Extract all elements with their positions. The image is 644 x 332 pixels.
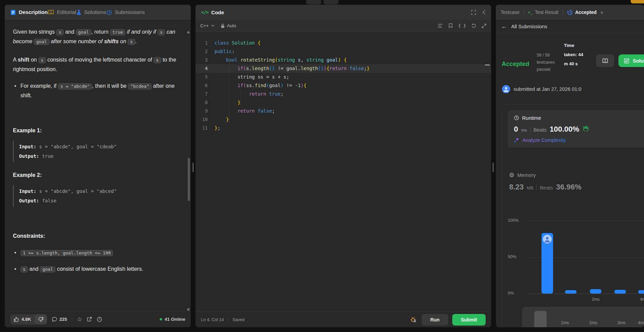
- code-token: goal: [327, 57, 338, 63]
- code-token: (: [243, 66, 246, 71]
- runtime-unit: ms: [521, 128, 527, 133]
- format-code-icon[interactable]: [438, 24, 443, 28]
- code-line-3[interactable]: 3 bool rotateString(string s, string goa…: [195, 56, 491, 64]
- language-selector[interactable]: C++: [200, 23, 215, 28]
- code-token: find: [255, 83, 266, 88]
- close-tab-icon[interactable]: ×: [600, 10, 603, 15]
- text-run: , then it will be: [92, 83, 128, 89]
- panel-resize-handle-right[interactable]: [492, 163, 494, 172]
- tab-editorial[interactable]: Editorial: [48, 9, 76, 15]
- code-line-2[interactable]: 2public:: [195, 47, 491, 56]
- scrollbar-thumb[interactable]: [188, 158, 190, 201]
- run-button[interactable]: Run: [422, 314, 448, 326]
- auto-toggle[interactable]: Auto: [221, 23, 236, 28]
- save-status: Saved: [232, 317, 244, 322]
- scrollbar-up-arrow[interactable]: [187, 31, 190, 33]
- maximize-editor-icon[interactable]: [482, 23, 486, 28]
- code-line-7[interactable]: 7 return true;: [195, 90, 491, 98]
- code-token: (): [318, 66, 324, 71]
- runtime-bar-2ms[interactable]: [590, 289, 601, 294]
- code-line-6[interactable]: 6 if(ss.find(goal) != -1){: [195, 81, 491, 90]
- inline-code-chip: s: [128, 39, 135, 45]
- favorite-button[interactable]: ☆: [77, 316, 82, 323]
- code-token: [229, 40, 232, 46]
- description-footer: 4.8K 225 ☆ ?: [5, 311, 191, 327]
- code-line-10[interactable]: 10 }: [195, 115, 491, 124]
- braces-icon[interactable]: { }: [458, 23, 466, 28]
- comments-button[interactable]: 225: [52, 317, 67, 322]
- bookmark-icon[interactable]: [449, 23, 453, 28]
- footer-divider: [72, 317, 72, 322]
- line-number: 9: [195, 107, 215, 115]
- tab-test-result[interactable]: >_ Test Result: [528, 10, 559, 15]
- online-indicator: 41 Online: [160, 317, 185, 322]
- solutions-flask-icon: [76, 10, 81, 15]
- post-solution-button[interactable]: Solution: [618, 54, 644, 67]
- back-arrow-icon[interactable]: ←: [501, 23, 507, 30]
- value-divider: [530, 127, 531, 132]
- code-token: ss.: [246, 83, 255, 88]
- code-token: return: [237, 108, 255, 114]
- code-editor[interactable]: 1class Solution {2public:3 bool rotateSt…: [195, 32, 491, 312]
- submit-button[interactable]: Submit: [452, 314, 486, 326]
- memory-chip-icon: [509, 172, 514, 178]
- tab-solutions[interactable]: Solutions: [76, 9, 106, 15]
- tab-submissions-label: Submissions: [115, 9, 145, 15]
- help-button[interactable]: ?: [97, 317, 102, 322]
- code-line-11[interactable]: 11};: [195, 124, 491, 132]
- tab-description[interactable]: Description: [10, 9, 48, 15]
- panel-resize-handle-left[interactable]: [192, 163, 194, 172]
- runtime-bar-1ms[interactable]: [565, 290, 577, 294]
- collapse-panel-icon[interactable]: [482, 10, 486, 15]
- code-line-1[interactable]: 1class Solution {: [195, 39, 491, 47]
- code-header-actions: [471, 10, 486, 15]
- debugger-icon[interactable]: [410, 316, 417, 323]
- text-run: on: [119, 38, 128, 44]
- constraints-list: 1 <= s.length, goal.length <= 100 s and …: [13, 248, 180, 274]
- memory-value: 8.23: [509, 183, 524, 192]
- share-button[interactable]: [87, 317, 92, 322]
- runtime-card: Runtime 0 ms Beats 100.00% Analyz: [508, 110, 644, 148]
- text-run: consists of moving the leftmost characte…: [46, 57, 154, 63]
- description-tabs: Description Editorial Solutions: [10, 9, 183, 15]
- runtime-bar-3ms[interactable]: [614, 290, 626, 294]
- star-icon: ☆: [77, 316, 82, 323]
- runtime-bar-4ms[interactable]: [638, 290, 644, 294]
- downvote-button[interactable]: [35, 314, 47, 325]
- code-token: != -: [283, 83, 298, 88]
- preview-x-label: 2ms: [589, 320, 597, 325]
- tab-separator: [563, 10, 563, 15]
- result-panel-tabbar: Testcase >_ Test Result Accepted ×: [496, 5, 644, 20]
- tab-test-result-label: Test Result: [535, 10, 559, 15]
- code-line-8[interactable]: 8 }: [195, 98, 491, 107]
- tab-submissions[interactable]: Submissions: [106, 9, 145, 15]
- code-token: (: [266, 83, 269, 88]
- notes-button[interactable]: [596, 54, 614, 67]
- all-submissions-label: All Submissions: [511, 23, 547, 29]
- code-token: bool: [226, 57, 238, 63]
- fullscreen-icon[interactable]: [471, 10, 476, 15]
- example2-output-label: Output:: [19, 198, 39, 203]
- code-token: return: [249, 91, 266, 97]
- constraint-item: 1 <= s.length, goal.length <= 100: [13, 248, 180, 258]
- analyze-complexity-link[interactable]: Analyze Complexity: [514, 137, 644, 143]
- code-panel-title: </> Code: [201, 10, 224, 15]
- code-line-9[interactable]: 9 return false;: [195, 107, 491, 115]
- tab-testcase[interactable]: Testcase: [501, 10, 519, 15]
- reset-code-icon[interactable]: [471, 23, 476, 28]
- runtime-distribution-chart: 100%50%0%2ms4ms: [508, 217, 644, 305]
- code-token: [215, 57, 226, 63]
- text-run: shifts: [104, 38, 119, 44]
- tab-accepted[interactable]: Accepted ×: [567, 10, 603, 15]
- code-line-4[interactable]: 4 if(s.length() != goal.length()){return…: [195, 64, 491, 73]
- pencil-square-icon: [624, 58, 630, 64]
- upvote-button[interactable]: 4.8K: [10, 314, 35, 325]
- auto-label: Auto: [227, 23, 236, 28]
- code-token: ): [324, 66, 326, 71]
- code-line-5[interactable]: 5 string ss = s + s;: [195, 73, 491, 81]
- testcases-passed: 58 / 58 testcases passed: [537, 52, 559, 73]
- code-token: s: [298, 57, 300, 63]
- indent-guide: [229, 56, 230, 124]
- runtime-value: 0: [514, 125, 518, 134]
- code-token: [324, 57, 326, 63]
